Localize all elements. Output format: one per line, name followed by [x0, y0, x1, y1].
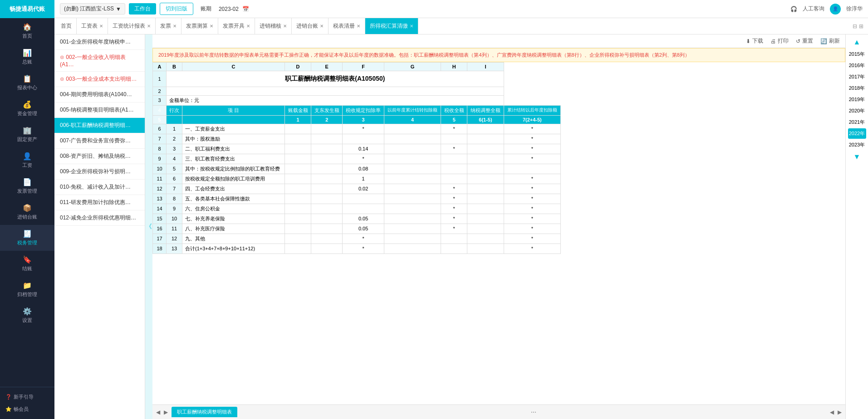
bottom-scroll-left[interactable]: ◀: [830, 409, 834, 415]
year-item[interactable]: 2022年: [848, 128, 866, 139]
row-c-cell[interactable]: [285, 144, 311, 154]
row-d-cell[interactable]: [311, 164, 343, 174]
row-d-cell[interactable]: [311, 194, 343, 204]
row-f-cell[interactable]: [384, 234, 441, 244]
row-f-cell[interactable]: [384, 174, 441, 184]
row-i-cell[interactable]: *: [504, 134, 560, 144]
left-panel-item-007[interactable]: 007-广告费和业务宣传费弥…: [54, 133, 145, 149]
row-c-cell[interactable]: [285, 244, 311, 253]
row-g-cell[interactable]: *: [441, 214, 467, 224]
row-h-cell[interactable]: [467, 204, 504, 214]
sidebar-item-settings[interactable]: ⚙️ 设置: [0, 302, 54, 328]
sidebar-item-reports[interactable]: 📋 报表中心: [0, 70, 54, 96]
tab-invoice-open[interactable]: 发票开具 ✕: [218, 18, 255, 34]
tab-payroll[interactable]: 工资表 ✕: [77, 18, 108, 34]
row-h-cell[interactable]: [467, 134, 504, 144]
left-panel-item-006[interactable]: 006-职工薪酬纳税调整明细…: [54, 118, 145, 133]
row-e-cell[interactable]: 0.05: [343, 214, 384, 224]
tab-home[interactable]: 首页: [56, 18, 77, 34]
row-e-cell[interactable]: [343, 194, 384, 204]
year-item[interactable]: 2016年: [848, 60, 866, 71]
table-row[interactable]: 9 4 三、职工教育经费支出 * *: [153, 154, 561, 164]
row-e-cell[interactable]: [343, 134, 384, 144]
tab-payroll-stats-close[interactable]: ✕: [147, 24, 151, 29]
tab-purchase-verify[interactable]: 进销稽核 ✕: [255, 18, 292, 34]
tab-invoice-calc-close[interactable]: ✕: [210, 24, 213, 29]
row-c-cell[interactable]: [285, 214, 311, 224]
bottom-more-icon[interactable]: ⋯: [531, 409, 536, 415]
row-f-cell[interactable]: [384, 224, 441, 234]
row-c-cell[interactable]: [285, 124, 311, 134]
tab-payroll-close[interactable]: ✕: [99, 24, 103, 29]
row-f-cell[interactable]: [384, 154, 441, 164]
row-c-cell[interactable]: [285, 224, 311, 234]
tab-invoice-open-close[interactable]: ✕: [246, 24, 250, 29]
row-g-cell[interactable]: [441, 134, 467, 144]
row-g-cell[interactable]: [441, 234, 467, 244]
sidebar-item-home[interactable]: 🏠 首页: [0, 18, 54, 44]
row-i-cell[interactable]: *: [504, 204, 560, 214]
tab-payroll-stats[interactable]: 工资统计报表 ✕: [108, 18, 156, 34]
switch-version-button[interactable]: 切到旧版: [160, 3, 193, 15]
table-row[interactable]: 15 10 七、补充养老保险 0.05 * *: [153, 214, 561, 224]
row-e-cell[interactable]: [343, 204, 384, 214]
row-c-cell[interactable]: [285, 234, 311, 244]
row-h-cell[interactable]: [467, 144, 504, 154]
table-row[interactable]: 8 3 二、职工福利费支出 0.14 * *: [153, 144, 561, 154]
table-row[interactable]: 11 6 按税收规定全额扣除的职工培训费用 1 *: [153, 174, 561, 184]
table-row[interactable]: 17 12 九、其他 * *: [153, 234, 561, 244]
row-g-cell[interactable]: *: [441, 184, 467, 194]
left-panel-item-003[interactable]: 003-一般企业成本支出明细…: [54, 72, 145, 87]
row-d-cell[interactable]: [311, 234, 343, 244]
row-f-cell[interactable]: [384, 134, 441, 144]
sidebar-item-close[interactable]: 🔖 结账: [0, 251, 54, 277]
tab-purchase-verify-close[interactable]: ✕: [283, 24, 287, 29]
row-c-cell[interactable]: [285, 204, 311, 214]
row-h-cell[interactable]: [467, 124, 504, 134]
row-i-cell[interactable]: *: [504, 184, 560, 194]
row-f-cell[interactable]: [384, 244, 441, 253]
row-h-cell[interactable]: [467, 174, 504, 184]
row-d-cell[interactable]: [311, 134, 343, 144]
sidebar-item-tax[interactable]: 🧾 税务管理: [0, 225, 54, 251]
bottom-nav-left[interactable]: ◀: [156, 409, 160, 415]
row-h-cell[interactable]: [467, 154, 504, 164]
row-f-cell[interactable]: [384, 164, 441, 174]
row-i-cell[interactable]: *: [504, 214, 560, 224]
table-wrapper[interactable]: A B C D E F G H I 1 职: [152, 62, 845, 405]
left-panel-item-008[interactable]: 008-资产折旧、摊销及纳税…: [54, 149, 145, 164]
row-f-cell[interactable]: [384, 204, 441, 214]
row-f-cell[interactable]: [384, 144, 441, 154]
sidebar-item-salary[interactable]: 👤 工资: [0, 147, 54, 173]
bottom-scroll-right[interactable]: ▶: [838, 409, 842, 415]
row-e-cell[interactable]: 0.08: [343, 164, 384, 174]
row-d-cell[interactable]: [311, 214, 343, 224]
row-d-cell[interactable]: [311, 154, 343, 164]
row-c-cell[interactable]: [285, 194, 311, 204]
sidebar-item-ledger[interactable]: 📊 总账: [0, 44, 54, 70]
left-panel-collapse[interactable]: 《: [145, 34, 152, 419]
row-d-cell[interactable]: [311, 224, 343, 234]
row-h-cell[interactable]: [467, 214, 504, 224]
row-i-cell[interactable]: [504, 164, 560, 174]
row-d-cell[interactable]: [311, 204, 343, 214]
row-c-cell[interactable]: [285, 184, 311, 194]
year-scroll-down-icon[interactable]: ▼: [852, 151, 863, 163]
bottom-nav-right[interactable]: ▶: [164, 409, 168, 415]
row-h-cell[interactable]: [467, 244, 504, 253]
sidebar-item-assets[interactable]: 🏢 固定资产: [0, 122, 54, 147]
table-row[interactable]: 12 7 四、工会经费支出 0.02 * *: [153, 184, 561, 194]
row-i-cell[interactable]: *: [504, 234, 560, 244]
table-row[interactable]: 6 1 一、工资薪金支出 * * *: [153, 124, 561, 134]
bottom-sheet-tab[interactable]: 职工薪酬纳税调整明细表: [172, 407, 237, 417]
row-d-cell[interactable]: [311, 244, 343, 253]
tab-purchase-ledger[interactable]: 进销台账 ✕: [292, 18, 329, 34]
row-e-cell[interactable]: *: [343, 244, 384, 253]
sidebar-item-guide[interactable]: ❓ 新手引导: [4, 391, 51, 403]
table-row[interactable]: 7 2 其中：股权激励 *: [153, 134, 561, 144]
row-h-cell[interactable]: [467, 184, 504, 194]
row-g-cell[interactable]: *: [441, 224, 467, 234]
row-c-cell[interactable]: [285, 174, 311, 184]
row-h-cell[interactable]: [467, 194, 504, 204]
row-g-cell[interactable]: [441, 154, 467, 164]
